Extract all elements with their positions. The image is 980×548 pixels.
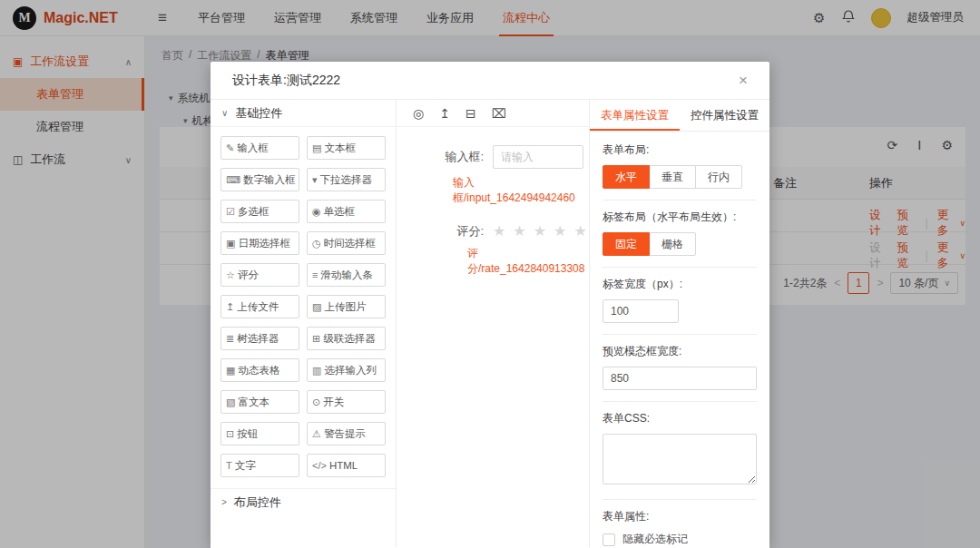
form-layout-label: 表单布局: [603, 142, 757, 158]
preview-width-group: 预览模态框宽度: [603, 344, 757, 402]
form-layout-segmented: 水平 垂直 行内 [603, 165, 742, 189]
canvas-field-rate[interactable]: 评分: ★ ★ ★ ★ ★ [397, 222, 589, 240]
component-label: 多选框 [238, 205, 270, 219]
checkbox-label: 隐藏必选标记 [622, 532, 688, 547]
component-switch[interactable]: ⊙开关 [307, 390, 386, 414]
dropdown-icon: ▾ [312, 174, 318, 186]
component-label: 树选择器 [237, 332, 279, 346]
button-icon: ⊡ [226, 428, 234, 440]
form-attr-label: 表单属性: [603, 509, 757, 524]
layout-vertical-button[interactable]: 垂直 [649, 165, 696, 189]
settings-content: 表单布局: 水平 垂直 行内 标签布局（水平布局生效）: 固定 栅格 标签宽 [590, 132, 769, 547]
checkbox-icon[interactable] [603, 533, 615, 546]
star-icon[interactable]: ★ [493, 222, 505, 240]
component-rate[interactable]: ☆评分 [220, 263, 299, 287]
tab-form-properties[interactable]: 表单属性设置 [590, 100, 680, 131]
component-upload-image[interactable]: ▨上传图片 [307, 295, 386, 318]
cascade-icon: ⊞ [312, 333, 320, 345]
component-grid: ✎输入框 ▤文本框 ⌨数字输入框 ▾下拉选择器 ☑多选框 ◉单选框 ▣日期选择框… [211, 127, 396, 488]
component-radio[interactable]: ◉单选框 [307, 200, 386, 223]
component-label: 评分 [238, 269, 259, 282]
component-label: 下拉选择器 [320, 173, 373, 187]
component-rich-text[interactable]: ▧富文本 [220, 390, 299, 414]
component-tree-select[interactable]: ≣树选择器 [220, 327, 299, 350]
field-id-label[interactable]: 评分/rate_1642840913308 [467, 246, 589, 277]
table-icon: ▦ [226, 365, 235, 377]
component-label: 单选框 [324, 205, 356, 219]
component-cascader[interactable]: ⊞级联选择器 [307, 327, 386, 350]
close-icon[interactable]: × [739, 72, 748, 90]
calendar-icon: ▣ [226, 238, 235, 250]
label-fixed-button[interactable]: 固定 [603, 232, 650, 256]
form-css-group: 表单CSS: [603, 411, 757, 500]
group-label: 基础控件 [235, 105, 282, 122]
tab-control-properties[interactable]: 控件属性设置 [680, 100, 769, 131]
chevron-down-icon: ∨ [221, 108, 228, 118]
component-checkbox[interactable]: ☑多选框 [220, 200, 299, 223]
component-input[interactable]: ✎输入框 [220, 136, 299, 160]
component-label: 警告提示 [324, 427, 366, 441]
columns-icon: ▥ [312, 365, 321, 377]
field-id-label[interactable]: 输入框/input_1642494942460 [453, 175, 589, 206]
star-icon[interactable]: ★ [554, 222, 566, 240]
form-attr-group: 表单属性: 隐藏必选标记 [603, 509, 757, 547]
component-label: 选择输入列 [324, 364, 377, 377]
component-label: 动态表格 [238, 364, 279, 377]
component-upload-file[interactable]: ↥上传文件 [220, 295, 299, 318]
form-layout-group: 表单布局: 水平 垂直 行内 [603, 142, 757, 201]
component-slider[interactable]: ≡滑动输入条 [307, 263, 386, 287]
component-button[interactable]: ⊡按钮 [220, 422, 299, 445]
textarea-icon: ▤ [312, 142, 321, 154]
form-css-label: 表单CSS: [603, 411, 757, 426]
export-icon[interactable]: ⊟ [466, 106, 476, 121]
component-html[interactable]: </>HTML [307, 454, 386, 477]
hide-required-mark-checkbox-row[interactable]: 隐藏必选标记 [603, 532, 757, 547]
form-css-textarea[interactable] [603, 434, 757, 484]
star-icon: ☆ [226, 269, 235, 281]
radio-icon: ◉ [312, 206, 321, 218]
designer-canvas: ◎ ↥ ⊟ ⌧ 输入框: 输入框/input_1642494942460 评分:… [397, 100, 590, 547]
component-select[interactable]: ▾下拉选择器 [307, 168, 386, 191]
label-layout-segmented: 固定 栅格 [603, 232, 696, 256]
layout-inline-button[interactable]: 行内 [695, 165, 742, 189]
field-label: 评分: [397, 223, 484, 240]
component-palette: ∨ 基础控件 ✎输入框 ▤文本框 ⌨数字输入框 ▾下拉选择器 ☑多选框 ◉单选框… [211, 100, 397, 547]
clear-icon[interactable]: ⌧ [492, 106, 506, 121]
star-icon[interactable]: ★ [573, 222, 586, 240]
basic-components-group-header[interactable]: ∨ 基础控件 [211, 100, 396, 127]
rating-stars[interactable]: ★ ★ ★ ★ ★ [493, 222, 587, 240]
field-label: 输入框: [397, 149, 484, 165]
layout-components-group-header[interactable]: > 布局控件 [211, 488, 396, 515]
component-number-input[interactable]: ⌨数字输入框 [220, 168, 299, 191]
component-label: 上传文件 [237, 300, 279, 314]
label-grid-button[interactable]: 栅格 [649, 232, 696, 256]
preview-icon[interactable]: ◎ [413, 106, 424, 121]
star-icon[interactable]: ★ [513, 222, 525, 240]
component-date-picker[interactable]: ▣日期选择框 [220, 231, 299, 255]
star-icon[interactable]: ★ [534, 222, 546, 240]
canvas-field-input[interactable]: 输入框: [397, 145, 589, 169]
component-time-picker[interactable]: ◷时间选择框 [307, 231, 386, 255]
form-designer-modal: 设计表单:测试2222 × ∨ 基础控件 ✎输入框 ▤文本框 ⌨数字输入框 ▾下… [211, 62, 769, 548]
canvas-input-field[interactable] [493, 145, 583, 169]
component-textarea[interactable]: ▤文本框 [307, 136, 386, 160]
component-select-input-column[interactable]: ▥选择输入列 [307, 358, 386, 382]
slider-icon: ≡ [312, 269, 318, 280]
import-icon[interactable]: ↥ [439, 106, 450, 121]
preview-modal-width-input[interactable] [603, 367, 757, 390]
component-label: 开关 [323, 396, 344, 409]
component-dynamic-table[interactable]: ▦动态表格 [220, 358, 299, 382]
component-alert[interactable]: ⚠警告提示 [307, 422, 386, 445]
label-width-input[interactable] [603, 299, 679, 323]
settings-tabs: 表单属性设置 控件属性设置 [590, 100, 769, 132]
component-label: 日期选择框 [238, 237, 290, 250]
label-layout-group: 标签布局（水平布局生效）: 固定 栅格 [603, 210, 757, 268]
code-icon: </> [312, 460, 327, 471]
component-label: 文本框 [324, 142, 356, 155]
component-label: 级联选择器 [323, 332, 376, 346]
modal-header: 设计表单:测试2222 × [211, 62, 769, 100]
switch-icon: ⊙ [312, 396, 320, 408]
layout-horizontal-button[interactable]: 水平 [603, 165, 650, 189]
keyboard-icon: ⌨ [226, 174, 240, 186]
component-text[interactable]: T文字 [220, 454, 299, 477]
